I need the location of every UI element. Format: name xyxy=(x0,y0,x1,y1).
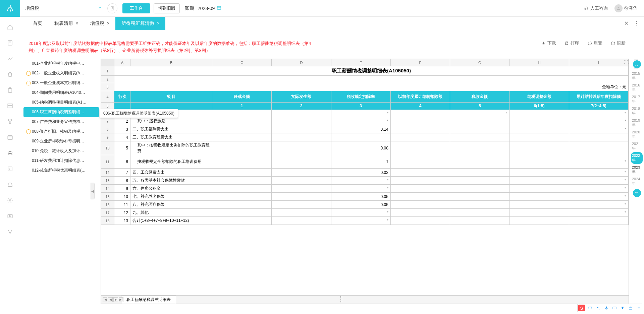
cell[interactable] xyxy=(391,117,450,125)
cell[interactable]: 0.05 xyxy=(331,201,391,208)
cell[interactable] xyxy=(212,217,272,225)
cell[interactable]: * xyxy=(450,110,509,117)
year-scroll-down[interactable]: ︾ xyxy=(633,189,641,197)
cell[interactable]: 10 xyxy=(114,193,130,200)
cell[interactable]: * xyxy=(331,177,391,184)
row-header[interactable]: 1 xyxy=(101,66,114,75)
cell[interactable]: * xyxy=(331,117,391,125)
nav-v-icon[interactable] xyxy=(6,228,14,236)
cell[interactable]: 0.08 xyxy=(331,141,391,155)
ime-logo-icon[interactable]: S xyxy=(578,305,585,311)
cell[interactable] xyxy=(569,133,629,141)
cell[interactable] xyxy=(509,209,569,216)
cell[interactable]: 0.14 xyxy=(331,125,391,133)
cell[interactable] xyxy=(272,177,331,184)
refresh-button[interactable]: 刷新 xyxy=(611,40,626,46)
cell[interactable] xyxy=(509,117,569,125)
cell[interactable]: 12 xyxy=(114,209,130,216)
ime-keyboard-icon[interactable] xyxy=(612,305,617,311)
cell[interactable] xyxy=(272,141,331,155)
cell[interactable] xyxy=(212,169,272,176)
form-list-item[interactable]: 005-纳税调整项目明细表(A1… xyxy=(23,98,99,107)
cell[interactable] xyxy=(450,217,509,225)
cell[interactable] xyxy=(450,177,509,184)
cell[interactable]: * xyxy=(569,110,629,117)
cell[interactable]: 项 目 xyxy=(130,91,212,102)
cell[interactable] xyxy=(509,169,569,176)
cell[interactable]: 六、住房公积金 xyxy=(130,185,212,192)
cell[interactable]: * xyxy=(331,217,391,225)
nav-chart-icon[interactable] xyxy=(6,55,14,62)
form-list-item[interactable]: 007-广告费和业务宣传费跨… xyxy=(23,117,99,127)
cell[interactable] xyxy=(509,201,569,208)
cell[interactable] xyxy=(272,169,331,176)
cell[interactable]: 7(2+4-5) xyxy=(569,103,629,110)
cell[interactable] xyxy=(509,110,569,117)
cell[interactable] xyxy=(212,110,272,117)
row-header[interactable]: 2 xyxy=(101,76,114,83)
cell[interactable] xyxy=(450,169,509,176)
consult-link[interactable]: 人工咨询 xyxy=(584,5,608,11)
nav-return-icon[interactable] xyxy=(6,165,14,173)
year-item[interactable]: 2022年 xyxy=(631,152,643,164)
form-list-item[interactable]: 004-期间费用明细表(A1040… xyxy=(23,88,99,98)
cell[interactable]: 以前年度累计结转扣除额 xyxy=(391,91,450,102)
cell[interactable] xyxy=(391,125,450,133)
ime-menu-icon[interactable]: ≡ xyxy=(636,305,641,311)
cell[interactable]: * xyxy=(569,117,629,125)
nav-settings-icon[interactable] xyxy=(6,197,14,204)
cell[interactable] xyxy=(509,185,569,192)
cell[interactable]: 4 xyxy=(114,133,130,141)
cell[interactable] xyxy=(212,193,272,200)
cell[interactable]: 5 xyxy=(450,103,509,110)
cell[interactable] xyxy=(391,133,450,141)
cell[interactable] xyxy=(212,117,272,125)
form-list-item[interactable]: 006-职工薪酬纳税调整明细… xyxy=(23,107,99,117)
cell[interactable]: 二、职工福利费支出 xyxy=(130,125,212,133)
cell[interactable] xyxy=(272,201,331,208)
workbench-button[interactable]: 工作台 xyxy=(122,3,150,13)
cell[interactable]: * xyxy=(569,185,629,192)
row-header[interactable]: 5 xyxy=(101,103,114,110)
row-header[interactable]: 17 xyxy=(101,209,114,216)
cell[interactable] xyxy=(391,169,450,176)
cell[interactable]: 0.05 xyxy=(331,193,391,200)
cell[interactable]: 五、各类基本社会保障性缴款 xyxy=(130,177,212,184)
cell[interactable] xyxy=(450,209,509,216)
cell[interactable]: 九、其他 xyxy=(130,209,212,216)
sheet-tab[interactable]: 职工薪酬纳税调整明细表 xyxy=(121,296,176,304)
reset-button[interactable]: 重置 xyxy=(588,40,602,46)
nav-clipboard-icon[interactable] xyxy=(6,86,14,94)
nav-video-icon[interactable] xyxy=(6,212,14,220)
form-list-item[interactable]: 010-免税、减计收入及加计… xyxy=(23,146,99,156)
cell[interactable]: 13 xyxy=(114,217,130,225)
cell[interactable]: 账载金额 xyxy=(212,91,272,102)
cell[interactable] xyxy=(450,117,509,125)
cell[interactable]: * xyxy=(569,209,629,216)
cell[interactable] xyxy=(212,209,272,216)
cell[interactable]: 税收规定扣除率 xyxy=(331,91,391,102)
col-header[interactable]: E xyxy=(331,59,391,66)
cell[interactable] xyxy=(114,103,130,110)
row-header[interactable]: 13 xyxy=(101,177,114,184)
row-header[interactable]: 9 xyxy=(101,133,114,141)
year-item[interactable]: 2018年 xyxy=(631,105,643,117)
cell[interactable] xyxy=(391,177,450,184)
cell[interactable]: * xyxy=(569,177,629,184)
tab-close-icon[interactable]: × xyxy=(107,21,109,26)
cell[interactable]: 3 xyxy=(114,125,130,133)
row-header[interactable]: 12 xyxy=(101,169,114,176)
cell[interactable] xyxy=(272,209,331,216)
ime-mic-icon[interactable] xyxy=(604,305,609,311)
cell[interactable]: 七、补充养老保险 xyxy=(130,193,212,200)
cell[interactable] xyxy=(212,155,272,168)
cell[interactable]: 8 xyxy=(114,177,130,184)
year-item[interactable]: 2020年 xyxy=(631,129,643,140)
cell[interactable] xyxy=(509,141,569,155)
cell[interactable]: * xyxy=(569,201,629,208)
year-item[interactable]: 2016年 xyxy=(631,82,643,93)
app-logo[interactable] xyxy=(0,0,20,17)
cell[interactable] xyxy=(509,125,569,133)
tab-close-icon[interactable]: × xyxy=(157,21,159,26)
cell[interactable]: 按税收规定全额扣除的职工培训费用 xyxy=(130,155,212,168)
